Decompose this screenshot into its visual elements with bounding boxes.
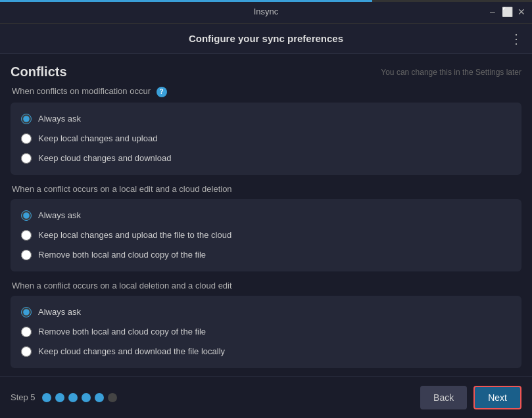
radio-label: Keep local changes and upload <box>38 133 157 143</box>
section-header: Conflicts You can change this in the Set… <box>11 54 521 86</box>
radio-lecd-remove[interactable] <box>21 250 32 260</box>
step-dot-1 <box>42 393 51 402</box>
step-dots <box>42 393 117 402</box>
radio-mod-local[interactable] <box>21 133 32 144</box>
conflict-group-modification: When conflicts on modification occur ? A… <box>11 86 521 175</box>
radio-option[interactable]: Keep cloud changes and download the file… <box>21 342 511 361</box>
page-header: Configure your sync preferences ⋮ <box>0 24 532 54</box>
radio-label: Always ask <box>38 210 81 220</box>
radio-option[interactable]: Keep local changes and upload the file t… <box>21 225 511 245</box>
group-label-ldce: When a conflict occurs on a local deleti… <box>11 281 521 290</box>
radio-label: Always ask <box>38 114 81 124</box>
title-bar: Insync – ⬜ ✕ <box>0 0 532 24</box>
page-title: Configure your sync preferences <box>189 33 343 44</box>
step-dot-6 <box>108 393 117 402</box>
radio-label: Remove both local and cloud copy of the … <box>38 250 206 260</box>
radio-option[interactable]: Remove both local and cloud copy of the … <box>21 245 511 265</box>
radio-label: Always ask <box>38 307 81 317</box>
radio-ldce-always[interactable] <box>21 307 32 317</box>
radio-option[interactable]: Always ask <box>21 206 511 225</box>
back-button[interactable]: Back <box>420 386 467 409</box>
radio-lecd-always[interactable] <box>21 210 32 221</box>
group-label-lecd: When a conflict occurs on a local edit a… <box>11 184 521 194</box>
radio-lecd-local[interactable] <box>21 230 32 241</box>
group-label-modification: When conflicts on modification occur ? <box>11 86 521 97</box>
radio-label: Keep cloud changes and download <box>38 153 171 163</box>
conflict-group-local-del-cloud-edit: When a conflict occurs on a local deleti… <box>11 281 521 368</box>
help-icon-modification[interactable]: ? <box>157 87 167 97</box>
radio-mod-always[interactable] <box>21 114 32 124</box>
radio-mod-cloud[interactable] <box>21 153 32 164</box>
radio-option[interactable]: Always ask <box>21 109 511 129</box>
radio-ldce-remove[interactable] <box>21 327 32 337</box>
close-button[interactable]: ✕ <box>516 7 527 17</box>
radio-ldce-cloud[interactable] <box>21 346 32 357</box>
menu-icon[interactable]: ⋮ <box>510 31 523 47</box>
step-dot-4 <box>82 393 91 402</box>
radio-label: Remove both local and cloud copy of the … <box>38 327 206 337</box>
options-card-ldce: Always ask Remove both local and cloud c… <box>11 296 521 368</box>
radio-label: Keep cloud changes and download the file… <box>38 346 225 356</box>
section-title: Conflicts <box>11 64 67 80</box>
radio-option[interactable]: Keep local changes and upload <box>21 129 511 149</box>
radio-option[interactable]: Remove both local and cloud copy of the … <box>21 322 511 342</box>
options-card-modification: Always ask Keep local changes and upload… <box>11 103 521 175</box>
options-card-lecd: Always ask Keep local changes and upload… <box>11 199 521 271</box>
step-dot-3 <box>68 393 78 402</box>
step-label: Step 5 <box>11 392 36 402</box>
step-dot-5 <box>95 393 104 402</box>
section-subtitle: You can change this in the Settings late… <box>381 68 521 77</box>
radio-option[interactable]: Always ask <box>21 302 511 322</box>
window-controls: – ⬜ ✕ <box>487 7 527 17</box>
step-dot-2 <box>55 393 64 402</box>
conflict-group-local-edit-cloud-del: When a conflict occurs on a local edit a… <box>11 184 521 271</box>
minimize-button[interactable]: – <box>487 7 498 17</box>
radio-label: Keep local changes and upload the file t… <box>38 230 231 240</box>
page-content: Conflicts You can change this in the Set… <box>0 54 532 376</box>
radio-option[interactable]: Keep cloud changes and download <box>21 149 511 168</box>
footer: Step 5 Back Next <box>0 376 532 418</box>
footer-buttons: Back Next <box>420 386 521 409</box>
maximize-button[interactable]: ⬜ <box>502 7 512 17</box>
next-button[interactable]: Next <box>473 386 521 409</box>
app-title: Insync <box>254 7 279 16</box>
